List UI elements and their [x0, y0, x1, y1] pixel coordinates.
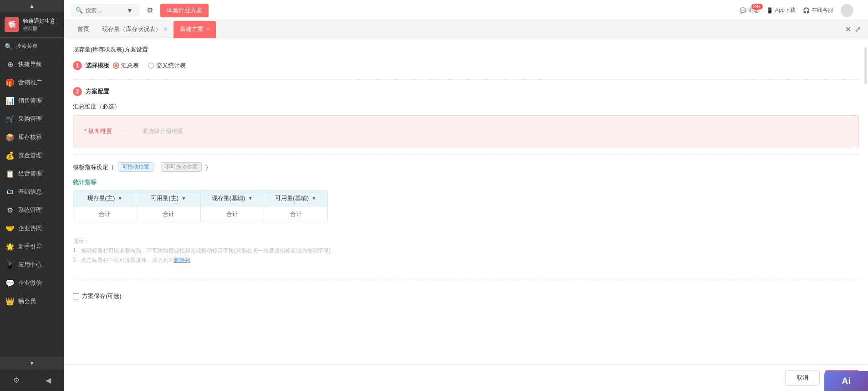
topbar: 🔍 ▼ ⚙ 体验行业方案 💬 消息 99+ 📱 App下载 🎧 在线客服	[64, 0, 868, 21]
tab-expand-icon[interactable]: ⤢	[855, 25, 861, 34]
sidebar-search[interactable]: 🔍 搜索菜单	[0, 38, 64, 55]
sidebar-item-marketing[interactable]: 🎁 营销推广	[0, 73, 64, 92]
quick-nav-icon: ⊕	[5, 60, 15, 69]
topbar-search-input[interactable]	[86, 7, 122, 14]
message-icon: 💬	[740, 7, 746, 14]
section-divider-2	[73, 154, 859, 155]
tip-line-0: 提示：	[73, 237, 859, 245]
search-icon: 🔍	[5, 43, 12, 50]
sidebar-collapse-btn[interactable]: ◀	[42, 374, 55, 386]
messages-badge: 99+	[751, 4, 763, 10]
stats-col-2: 现存量(基辅) ▼ 合计	[201, 190, 265, 222]
sidebar-item-purchase[interactable]: 🛒 采购管理	[0, 110, 64, 128]
radio-summary-dot	[113, 62, 119, 69]
summary-dim-label: 汇总维度（必选）	[73, 103, 859, 111]
topbar-messages[interactable]: 💬 消息 99+	[740, 6, 759, 14]
page-content: 现存量(库存状况表)方案设置 1 选择模板 汇总表	[64, 38, 868, 364]
sidebar: ▲ 畅 畅康通好生意 标准版 🔍 搜索菜单 ⊕ 快捷导航 🎁 营销推广 📊 销售…	[0, 0, 64, 391]
purchase-icon: 🛒	[5, 114, 15, 123]
save-label: 方案保存(可选)	[82, 292, 122, 300]
panel-scroll-indicator[interactable]	[864, 47, 867, 84]
template-radio-group: 汇总表 交叉统计表	[113, 62, 186, 70]
section2-title: 方案配置	[86, 87, 109, 96]
stats-col-body-2: 合计	[201, 206, 264, 222]
app-center-icon: 📱	[5, 260, 15, 269]
sidebar-item-app-center[interactable]: 📱 应用中心	[0, 256, 64, 274]
section-plan-config: 2 方案配置 汇总维度（必选） * 纵向维度 —— 请选择分组维度	[73, 87, 859, 271]
app-icon: 📱	[766, 7, 773, 14]
tip-line-1: 1. 拖动标题栏可以调整布局，不可跨维度或指标区域拖动标目字段(只能在同一维度或…	[73, 247, 859, 255]
sidebar-item-system[interactable]: ⚙ 系统管理	[0, 201, 64, 219]
sidebar-item-sales[interactable]: 📊 销售管理	[0, 92, 64, 110]
sidebar-item-management[interactable]: 📋 经营管理	[0, 165, 64, 183]
tab-new-plan-close[interactable]: ×	[206, 26, 209, 32]
sidebar-item-wechat[interactable]: 💬 企业微信	[0, 274, 64, 292]
sidebar-item-inventory[interactable]: 📦 库存核算	[0, 128, 64, 146]
save-checkbox[interactable]	[73, 293, 79, 299]
stats-section-title: 统计指标	[73, 178, 859, 186]
sidebar-item-new-guide[interactable]: 🌟 新手引导	[0, 237, 64, 256]
dim-area: * 纵向维度 —— 请选择分组维度	[73, 115, 859, 147]
section2-num: 2	[73, 87, 82, 96]
sidebar-bottom: ⚙ ◀	[0, 369, 64, 391]
delete-col-link[interactable]: 删除列	[174, 257, 190, 263]
panel: 现存量(库存状况表)方案设置 1 选择模板 汇总表	[64, 38, 868, 312]
col-dropdown-1[interactable]: ▼	[181, 196, 186, 201]
dim-arrow: ——	[121, 128, 133, 135]
tab-inventory-status-close[interactable]: ×	[164, 26, 167, 32]
sidebar-scroll-down[interactable]: ▼	[0, 357, 64, 369]
management-icon: 📋	[5, 169, 15, 178]
tab-new-plan[interactable]: 新建方案 ×	[174, 21, 216, 38]
tab-home[interactable]: 首页	[71, 21, 96, 38]
radio-cross[interactable]: 交叉统计表	[148, 62, 186, 70]
finance-icon: 💰	[5, 151, 15, 160]
section1-header: 1 选择模板 汇总表 交叉统计表	[73, 61, 859, 70]
section-divider-3	[73, 280, 859, 280]
section1-title: 选择模板	[86, 62, 109, 70]
marketing-icon: 🎁	[5, 78, 15, 87]
section1-num: 1	[73, 61, 82, 70]
ai-badge[interactable]: Ai	[824, 371, 868, 391]
section-choose-template: 1 选择模板 汇总表 交叉统计表	[73, 61, 859, 70]
page-title: 现存量(库存状况表)方案设置	[73, 46, 859, 54]
sidebar-item-enterprise[interactable]: 🤝 企业协同	[0, 219, 64, 237]
app-name: 畅康通好生意 标准版	[23, 17, 56, 32]
section2-header: 2 方案配置	[73, 87, 859, 96]
sidebar-item-finance[interactable]: 💰 资金管理	[0, 146, 64, 165]
sidebar-settings-btn[interactable]: ⚙	[10, 374, 23, 386]
dim-placeholder[interactable]: 请选择分组维度	[142, 127, 184, 135]
main-area: 🔍 ▼ ⚙ 体验行业方案 💬 消息 99+ 📱 App下载 🎧 在线客服	[64, 0, 868, 391]
app-logo-icon: 畅	[5, 17, 19, 32]
stats-col-header-2: 现存量(基辅) ▼	[201, 190, 264, 206]
tab-close-all-icon[interactable]: ✕	[845, 25, 851, 34]
tab-inventory-status[interactable]: 现存量（库存状况表） ×	[96, 21, 174, 38]
draggable-tag: 可拖动位置	[118, 162, 153, 172]
vertical-dim-label: * 纵向维度	[84, 127, 112, 135]
sidebar-scroll-up[interactable]: ▲	[0, 0, 64, 12]
topbar-gear-icon[interactable]: ⚙	[145, 4, 155, 16]
col-dropdown-3[interactable]: ▼	[311, 196, 317, 201]
topbar-search-dropdown[interactable]: ▼	[125, 6, 135, 15]
inventory-icon: 📦	[5, 133, 15, 142]
cancel-button[interactable]: 取消	[785, 370, 820, 386]
sidebar-item-basic-info[interactable]: 🗂 基础信息	[0, 183, 64, 201]
basic-info-icon: 🗂	[5, 187, 15, 196]
col-dropdown-2[interactable]: ▼	[248, 196, 253, 201]
stats-col-1: 可用量(主) ▼ 合计	[137, 190, 201, 222]
stats-table-header: 现存量(主) ▼ 合计 可用量(主) ▼ 合计	[73, 190, 327, 222]
sidebar-item-quick-nav[interactable]: ⊕ 快捷导航	[0, 55, 64, 73]
topbar-app-download[interactable]: 📱 App下载	[766, 6, 796, 14]
stats-col-header-0: 现存量(主) ▼	[73, 190, 137, 206]
topbar-online-service[interactable]: 🎧 在线客服	[803, 6, 833, 14]
radio-summary[interactable]: 汇总表	[113, 62, 139, 70]
stats-col-header-3: 可用量(基辅) ▼	[264, 190, 327, 206]
trial-btn[interactable]: 体验行业方案	[160, 4, 209, 17]
sidebar-item-member[interactable]: 👑 畅会员	[0, 292, 64, 310]
member-icon: 👑	[5, 297, 15, 306]
tabbar: 首页 现存量（库存状况表） × 新建方案 × ✕ ⤢	[64, 21, 868, 38]
topbar-avatar[interactable]	[841, 4, 853, 17]
col-dropdown-0[interactable]: ▼	[117, 196, 123, 201]
topbar-right: 💬 消息 99+ 📱 App下载 🎧 在线客服	[740, 4, 861, 17]
system-icon: ⚙	[5, 206, 15, 215]
radio-cross-dot	[148, 62, 154, 69]
